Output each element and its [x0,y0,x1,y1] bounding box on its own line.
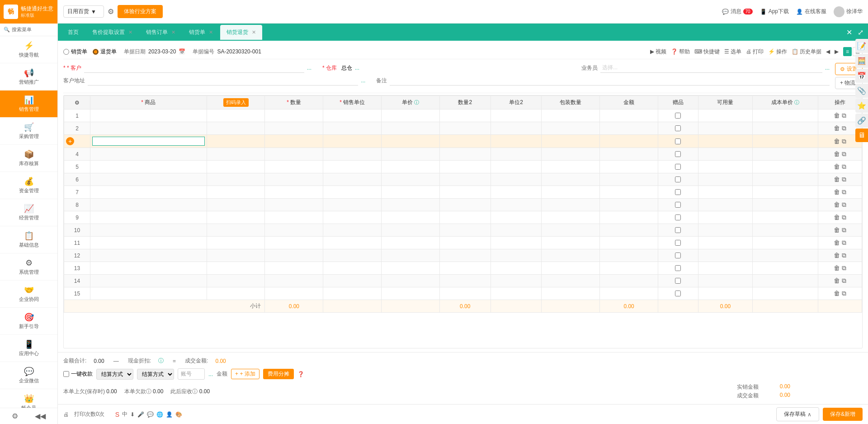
unit2-cell[interactable] [491,186,542,199]
delete-row-btn[interactable]: 🗑 [834,277,840,284]
quantity-cell[interactable] [265,211,323,224]
pkg-quantity-cell[interactable] [542,161,600,173]
unit-price-cell[interactable] [382,161,440,173]
tab-close-icon[interactable]: ✕ [171,29,175,35]
copy-row-btn[interactable]: ⧉ [842,201,846,208]
quantity-cell[interactable] [265,135,323,148]
delete-row-btn[interactable]: 🗑 [834,264,840,272]
nav-next-btn[interactable]: ▶ [835,48,839,55]
staff-input[interactable]: 选择... [600,63,822,73]
sidebar-item-member[interactable]: 👑 畅会员 [0,389,57,408]
delete-row-btn[interactable]: 🗑 [834,239,840,246]
product-cell[interactable] [90,161,207,173]
product-cell[interactable] [90,186,207,199]
gift-checkbox[interactable] [675,252,681,258]
pkg-quantity-cell[interactable] [542,237,600,249]
unit-price-cell[interactable] [382,211,440,224]
video-btn[interactable]: ▶ 视频 [650,48,666,56]
copy-row-btn[interactable]: ⧉ [842,176,846,183]
quantity2-cell[interactable] [439,199,491,211]
unit-price-cell[interactable] [382,173,440,186]
quantity-cell[interactable] [265,275,323,287]
quantity2-cell[interactable] [439,249,491,262]
radio-sale[interactable]: 销货单 [63,48,87,56]
product-cell[interactable] [90,224,207,237]
sidebar-item-enterprise[interactable]: 🤝 企业协同 [0,281,57,308]
unit2-cell[interactable] [491,262,542,275]
radio-return[interactable]: 退货单 [93,48,117,56]
quantity-cell[interactable] [265,262,323,275]
gift-checkbox[interactable] [675,214,681,220]
gift-cell[interactable] [658,199,698,211]
delete-row-btn[interactable]: 🗑 [834,163,840,170]
sidebar-item-guide[interactable]: 🎯 新手引导 [0,308,57,335]
sale-unit-cell[interactable] [323,173,382,186]
gift-cell[interactable] [658,224,698,237]
unit2-cell[interactable] [491,211,542,224]
quantity2-cell[interactable] [439,173,491,186]
account-lookup-btn[interactable]: 账号 [178,368,205,380]
product-cell[interactable] [90,199,207,211]
gift-checkbox[interactable] [675,291,681,296]
pkg-quantity-cell[interactable] [542,211,600,224]
quick-screen[interactable]: 🖥 [855,129,868,142]
gift-cell[interactable] [658,237,698,249]
unit2-cell[interactable] [491,275,542,287]
sidebar-item-wechat[interactable]: 💬 企业微信 [0,362,57,389]
product-input[interactable] [92,137,205,146]
quantity2-cell[interactable] [439,275,491,287]
topbar-settings-icon[interactable]: ⚙ [108,7,114,16]
unit-price-cell[interactable] [382,148,440,161]
delete-row-btn[interactable]: 🗑 [834,252,840,259]
delete-row-btn[interactable]: 🗑 [834,138,840,145]
quantity2-cell[interactable] [439,135,491,148]
pkg-quantity-cell[interactable] [542,186,600,199]
user-profile-item[interactable]: 徐泽华 [834,6,863,17]
copy-row-btn[interactable]: ⧉ [842,138,846,145]
quantity-cell[interactable] [265,224,323,237]
fee-split-help-icon[interactable]: ❓ [297,371,304,377]
unit-price-cell[interactable] [382,237,440,249]
close-tab-btn[interactable]: ✕ [845,27,853,38]
add-row-btn[interactable]: + [66,137,74,145]
settings-bottom-btn[interactable]: ⚙ [12,412,18,420]
unit2-cell[interactable] [491,237,542,249]
search-menu-item[interactable]: 🔍 搜索菜单 [0,24,57,36]
sale-unit-cell[interactable] [323,249,382,262]
unit-price-cell[interactable] [382,122,440,135]
remark-input[interactable] [390,76,830,86]
quantity-cell[interactable] [265,186,323,199]
unit-price-cell[interactable] [382,135,440,148]
product-cell[interactable] [90,135,207,148]
message-item[interactable]: 💬 消息 70 [722,8,753,15]
gift-cell[interactable] [658,287,698,300]
history-btn[interactable]: 📋 历史单据 [792,48,821,56]
gift-checkbox[interactable] [675,151,681,157]
gift-checkbox[interactable] [675,176,681,182]
unit-price-cell[interactable] [382,262,440,275]
gift-checkbox[interactable] [675,265,681,271]
gift-checkbox[interactable] [675,138,681,144]
unit2-cell[interactable] [491,148,542,161]
gift-checkbox[interactable] [675,240,681,246]
sidebar-item-finance[interactable]: 💰 资金管理 [0,172,57,199]
col-gear[interactable]: ⚙ [64,96,90,110]
pkg-quantity-cell[interactable] [542,110,600,122]
product-cell[interactable] [90,122,207,135]
one-key-payment-checkbox[interactable]: 一键收款 [63,370,93,378]
quantity-cell[interactable] [265,122,323,135]
unit-price-cell[interactable] [382,275,440,287]
unit-price-cell[interactable] [382,224,440,237]
gift-cell[interactable] [658,249,698,262]
unit2-cell[interactable] [491,199,542,211]
pkg-quantity-cell[interactable] [542,262,600,275]
quantity-cell[interactable] [265,110,323,122]
copy-row-btn[interactable]: ⧉ [842,252,846,259]
sidebar-item-inventory[interactable]: 📦 库存核算 [0,145,57,172]
tab-home[interactable]: 首页 [61,25,85,40]
sale-unit-cell[interactable] [323,122,382,135]
copy-row-btn[interactable]: ⧉ [842,290,846,297]
fullscreen-btn[interactable]: ⤢ [857,27,864,38]
unit2-cell[interactable] [491,161,542,173]
copy-row-btn[interactable]: ⧉ [842,226,846,233]
